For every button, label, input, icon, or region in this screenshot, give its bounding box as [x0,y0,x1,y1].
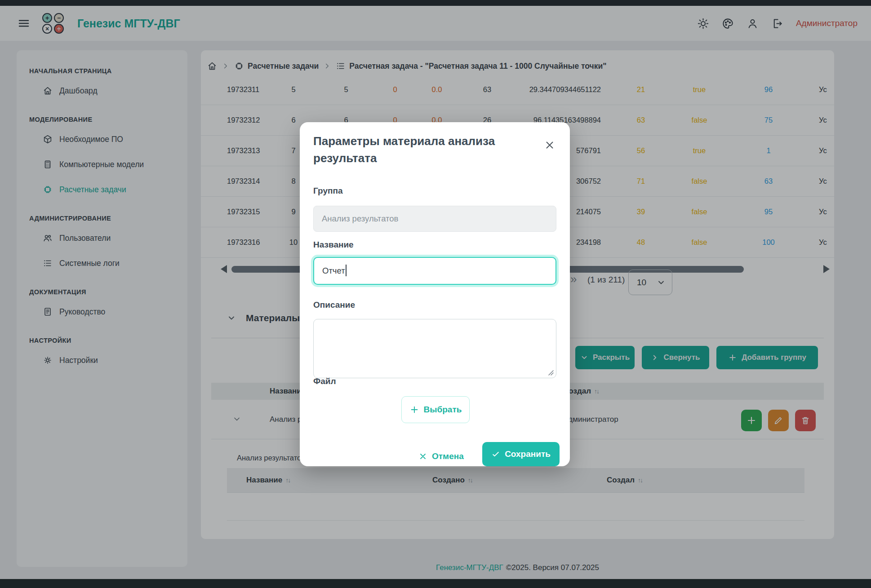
material-params-dialog: Параметры материала анализа результата Г… [300,122,570,466]
choose-file-button[interactable]: Выбрать [401,396,470,423]
description-field-label: Описание [313,300,355,310]
file-field-label: Файл [313,376,336,386]
check-icon [491,450,500,459]
x-icon [418,452,427,461]
plus-icon [409,405,419,415]
description-textarea[interactable] [313,319,556,378]
text-cursor [346,265,347,276]
resize-grip-icon[interactable] [547,369,554,376]
name-input[interactable]: Отчет [313,257,556,285]
group-field-label: Группа [313,186,343,196]
choose-file-label: Выбрать [424,405,462,415]
app-root: + − × ÷ Генезис МГТУ-ДВГ Администратор Н… [0,0,871,588]
save-label: Сохранить [505,449,551,459]
dialog-title: Параметры материала анализа результата [313,133,511,167]
cancel-label: Отмена [432,451,464,461]
save-button[interactable]: Сохранить [482,442,560,466]
name-field-label: Название [313,240,354,250]
cancel-button[interactable]: Отмена [416,447,467,466]
close-icon[interactable] [544,139,555,151]
group-field-disabled-input: Анализ результатов [313,206,556,232]
